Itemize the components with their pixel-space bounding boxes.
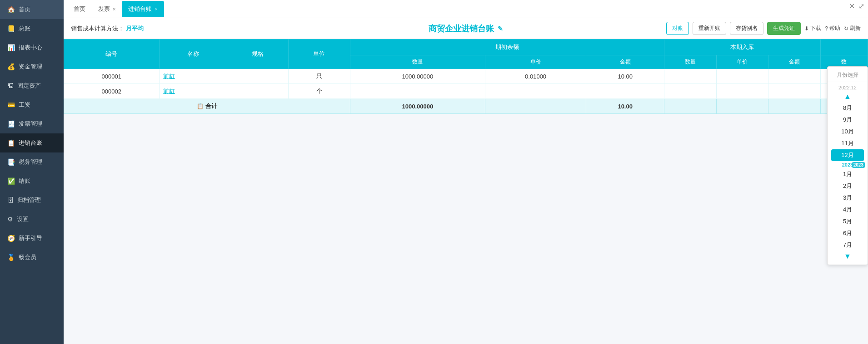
row-in-price [716,84,768,99]
sidebar-item-label: 设置 [17,215,29,223]
row-spec [227,69,288,84]
sidebar-item-member[interactable]: 🏅 畅会员 [0,248,64,267]
generate-voucher-button[interactable]: 生成凭证 [767,22,801,35]
reports-icon: 📊 [7,44,15,51]
purchase-sales-table: 编号 名称 规格 单位 期初余额 本期入库 数量 单价 金额 数量 单价 金额 … [64,39,868,114]
sidebar-item-assets[interactable]: 🏗 固定资产 [0,76,64,95]
sidebar-item-funds[interactable]: 💰 资金管理 [0,57,64,76]
tab-invoice-close[interactable]: × [113,6,115,12]
sidebar-item-label: 资金管理 [19,63,42,71]
row-in-amount [768,69,821,84]
sidebar-item-close[interactable]: ✅ 结账 [0,172,64,191]
sidebar-item-label: 报表中心 [19,44,42,52]
col-header-period-in: 本期入库 [664,39,821,55]
sidebar-item-guide[interactable]: 🧭 新手引导 [0,229,64,248]
month-item-8[interactable]: 8月 [828,102,868,114]
month-item-11[interactable]: 11月 [828,138,868,149]
month-item-6[interactable]: 6月 [828,227,868,239]
sidebar-item-label: 结账 [19,177,30,185]
row-name: 前缸 [159,84,227,99]
col-header-unit: 单位 [289,39,350,69]
month-panel-title: 月份选择 [828,69,868,82]
table-row: 000001 前缸 只 1000.00000 0.01000 10.00 [64,69,868,84]
maximize-window-button[interactable]: ⤢ [858,2,864,10]
reopen-button[interactable]: 重新开账 [693,22,726,35]
tab-home[interactable]: 首页 [67,1,92,17]
month-item-10[interactable]: 10月 [828,126,868,138]
total-opening-amount: 10.00 [586,99,664,114]
close-acc-icon: ✅ [7,177,15,185]
tab-purchase-sales[interactable]: 进销台账 × [122,1,164,17]
col-header-spec: 规格 [227,39,288,69]
year-2022-label: 2022.12 [828,84,868,91]
sidebar-item-reports[interactable]: 📊 报表中心 [0,38,64,57]
col-in-amount: 金额 [768,55,821,69]
sidebar-item-tax[interactable]: 📑 税务管理 [0,152,64,172]
sidebar-item-archive[interactable]: 🗄 归档管理 [0,191,64,210]
sidebar-item-home[interactable]: 🏠 首页 [0,0,64,19]
table-total-row: 📋 合计 1000.00000 10.00 [64,99,868,114]
table-row: 000002 前缸 个 [64,84,868,99]
month-nav-up[interactable]: ▲ [828,91,868,102]
month-item-7[interactable]: 7月 [828,239,868,251]
cost-method-area: 销售成本计算方法： 月平均 [71,25,269,33]
row-in-amount [768,84,821,99]
page-title: 商贸企业进销台账 [429,23,494,34]
action-buttons: 对账 重新开账 存货别名 生成凭证 ⬇ 下载 ? 帮助 ↻ 刷新 [663,22,861,35]
refresh-button[interactable]: ↻ 刷新 [844,25,861,32]
row-spec [227,84,288,99]
cost-method-label: 销售成本计算方法： [71,25,124,32]
month-item-1[interactable]: 1月 [828,168,868,180]
window-controls: ✕ ⤢ [849,2,864,10]
sidebar-item-invoice-mgmt[interactable]: 🧾 发票管理 [0,114,64,133]
help-button[interactable]: ? 帮助 [825,25,840,32]
reconcile-button[interactable]: 对账 [666,22,689,35]
row-unit: 个 [289,84,350,99]
purchase-sales-icon: 📋 [7,139,15,147]
row-in-qty [664,84,717,99]
row-opening-amount [586,84,664,99]
col-header-opening: 期初余额 [350,39,664,55]
col-header-id: 编号 [64,39,160,69]
month-item-12[interactable]: 12月 [831,149,864,161]
total-opening-price [485,99,586,114]
month-item-9[interactable]: 9月 [828,114,868,126]
tab-purchase-sales-close[interactable]: × [155,6,157,12]
sidebar-item-label: 税务管理 [19,158,42,166]
tab-bar: 首页 发票 × 进销台账 × [64,0,868,18]
salary-icon: 💳 [7,101,15,108]
sidebar-item-label: 固定资产 [17,82,41,90]
month-item-3[interactable]: 3月 [828,192,868,204]
row-name: 前缸 [159,69,227,84]
sidebar-item-ledger[interactable]: 📒 总账 [0,19,64,38]
sidebar-item-label: 首页 [19,5,30,14]
save-alias-button[interactable]: 存货别名 [730,22,763,35]
month-item-4[interactable]: 4月 [828,204,868,216]
col-header-extra [820,39,868,55]
month-nav-down[interactable]: ▼ [828,251,868,262]
download-button[interactable]: ⬇ 下载 [804,25,821,32]
edit-icon[interactable]: ✎ [498,25,503,32]
sidebar-item-label: 总账 [19,25,30,33]
table-header-top: 编号 名称 规格 单位 期初余额 本期入库 [64,39,868,55]
tab-invoice[interactable]: 发票 × [92,1,122,17]
month-item-2[interactable]: 2月 [828,180,868,192]
cost-method-value: 月平均 [126,25,144,32]
row-opening-price [485,84,586,99]
sidebar-item-purchase-sales[interactable]: 📋 进销台账 [0,133,64,152]
tab-purchase-sales-label: 进销台账 [128,5,152,13]
row-opening-qty: 1000.00000 [350,69,485,84]
sidebar-item-label: 发票管理 [19,120,42,128]
funds-icon: 💰 [7,63,15,70]
col-in-qty: 数量 [664,55,717,69]
member-icon: 🏅 [7,254,15,261]
sidebar-item-settings[interactable]: ⚙ 设置 [0,210,64,229]
close-window-button[interactable]: ✕ [849,2,855,10]
month-item-5[interactable]: 5月 [828,216,868,227]
main-content: 首页 发票 × 进销台账 × 销售成本计算方法： 月平均 商贸企业进销台账 ✎ … [64,0,868,344]
invoice-mgmt-icon: 🧾 [7,120,15,128]
table-body: 000001 前缸 只 1000.00000 0.01000 10.00 000… [64,69,868,114]
sidebar-item-salary[interactable]: 💳 工资 [0,95,64,114]
total-in-price [716,99,768,114]
row-unit: 只 [289,69,350,84]
